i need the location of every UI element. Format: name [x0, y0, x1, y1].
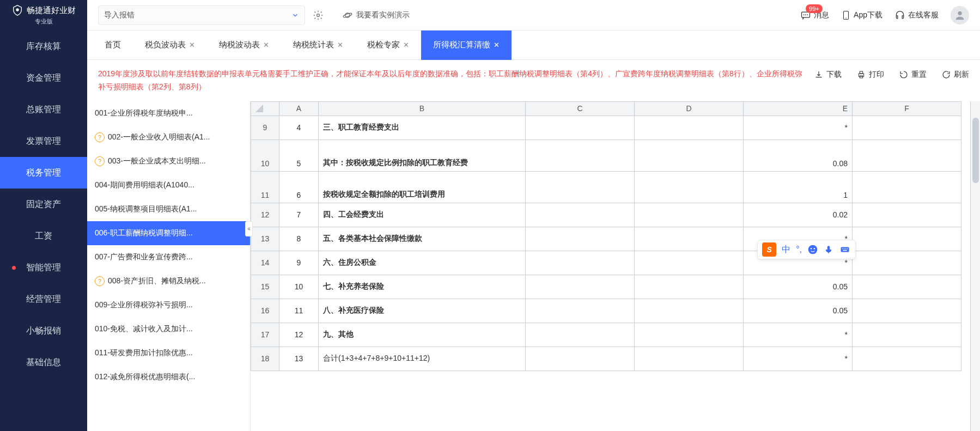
customer-service-button[interactable]: 在线客服 [894, 10, 939, 21]
gear-icon[interactable] [313, 10, 324, 21]
cell[interactable] [526, 227, 635, 251]
ime-punct-icon[interactable]: °, [796, 245, 802, 254]
cell[interactable] [635, 171, 744, 203]
cell[interactable] [635, 251, 744, 275]
col-header[interactable]: A [279, 101, 319, 116]
demo-link[interactable]: 我要看实例演示 [342, 10, 410, 21]
cell[interactable]: 7 [279, 203, 319, 227]
cell[interactable] [853, 139, 961, 171]
search-input[interactable]: 导入报错 [98, 5, 305, 25]
cell[interactable] [853, 299, 961, 323]
sidebar-item-0[interactable]: 库存核算 [0, 31, 87, 62]
cell[interactable]: 其中：按税收规定比例扣除的职工教育经费 [319, 139, 526, 171]
cell[interactable] [635, 116, 744, 139]
cell[interactable] [526, 299, 635, 323]
row-number[interactable]: 16 [251, 299, 279, 323]
sidebar-item-5[interactable]: 固定资产 [0, 189, 87, 220]
row-number[interactable]: 18 [251, 347, 279, 371]
cell[interactable]: 六、住房公积金 [319, 251, 526, 275]
form-list-item-1[interactable]: 002-一般企业收入明细表(A1... [87, 125, 250, 149]
form-list-item-6[interactable]: 007-广告费和业务宣传费跨... [87, 245, 250, 269]
cell[interactable] [635, 275, 744, 299]
cell[interactable]: 0.08 [744, 139, 853, 171]
close-icon[interactable]: ✕ [494, 41, 500, 49]
row-number[interactable]: 9 [251, 116, 279, 139]
form-list-item-11[interactable]: 012-减免所得税优惠明细表(... [87, 365, 250, 389]
cell[interactable]: 0.05 [744, 299, 853, 323]
cell[interactable]: 0.05 [744, 275, 853, 299]
tab-2[interactable]: 纳税波动表✕ [207, 31, 281, 60]
cell[interactable]: 按税收规定全额扣除的职工培训费用 [319, 171, 526, 203]
form-list-item-9[interactable]: 010-免税、减计收入及加计... [87, 317, 250, 341]
cell[interactable]: 1 [744, 171, 853, 203]
tab-1[interactable]: 税负波动表✕ [133, 31, 207, 60]
cell[interactable] [853, 323, 961, 347]
ime-lang[interactable]: 中 [782, 244, 790, 256]
sidebar-item-10[interactable]: 基础信息 [0, 347, 87, 378]
sidebar-item-7[interactable]: 智能管理 [0, 252, 87, 283]
app-download-button[interactable]: App下载 [841, 10, 882, 21]
cell[interactable] [853, 203, 961, 227]
col-header[interactable]: C [526, 101, 635, 116]
messages-button[interactable]: 99+ 消息 [800, 10, 829, 21]
cell[interactable]: 9 [279, 251, 319, 275]
close-icon[interactable]: ✕ [403, 41, 409, 49]
avatar[interactable] [951, 6, 969, 25]
form-list-item-5[interactable]: 006-职工薪酬纳税调整明细... [87, 221, 250, 245]
cell[interactable] [526, 275, 635, 299]
row-number[interactable]: 14 [251, 251, 279, 275]
tab-5[interactable]: 所得税汇算清缴✕ [421, 31, 512, 60]
cell[interactable] [853, 171, 961, 203]
row-number[interactable]: 11 [251, 171, 279, 203]
logo-block[interactable]: 畅捷通好业财 专业版 [0, 0, 87, 31]
sidebar-item-1[interactable]: 资金管理 [0, 62, 87, 94]
cell[interactable] [853, 275, 961, 299]
cell[interactable] [853, 116, 961, 139]
col-header[interactable]: D [635, 101, 744, 116]
row-number[interactable]: 13 [251, 227, 279, 251]
cell[interactable] [526, 139, 635, 171]
cell[interactable]: 13 [279, 347, 319, 371]
cell[interactable] [526, 116, 635, 139]
sidebar-item-2[interactable]: 总账管理 [0, 94, 87, 125]
form-list-item-3[interactable]: 004-期间费用明细表(A1040... [87, 173, 250, 197]
form-list-item-4[interactable]: 005-纳税调整项目明细表(A1... [87, 197, 250, 221]
form-list-item-8[interactable]: 009-企业所得税弥补亏损明... [87, 293, 250, 317]
sidebar-item-8[interactable]: 经营管理 [0, 283, 87, 315]
close-icon[interactable]: ✕ [337, 41, 343, 49]
form-list-item-2[interactable]: 003-一般企业成本支出明细... [87, 149, 250, 173]
cell[interactable]: 三、职工教育经费支出 [319, 116, 526, 139]
cell[interactable] [526, 171, 635, 203]
cell[interactable]: 七、补充养老保险 [319, 275, 526, 299]
col-header[interactable]: F [853, 101, 961, 116]
cell[interactable] [635, 299, 744, 323]
refresh-button[interactable]: 刷新 [942, 70, 969, 80]
cell[interactable]: 合计(1+3+4+7+8+9+10+11+12) [319, 347, 526, 371]
tab-3[interactable]: 纳税统计表✕ [281, 31, 355, 60]
form-list-item-10[interactable]: 011-研发费用加计扣除优惠... [87, 341, 250, 365]
cell[interactable] [526, 323, 635, 347]
cell[interactable]: 10 [279, 275, 319, 299]
cell[interactable]: 8 [279, 227, 319, 251]
cell[interactable]: 4 [279, 116, 319, 139]
ime-keyboard-icon[interactable] [839, 245, 851, 254]
cell[interactable] [635, 347, 744, 371]
ime-toolbar[interactable]: S 中 °, [757, 240, 856, 259]
ime-mic-icon[interactable] [824, 244, 833, 255]
col-header[interactable]: E [744, 101, 853, 116]
reset-button[interactable]: 重置 [899, 70, 927, 80]
sidebar-item-3[interactable]: 发票管理 [0, 125, 87, 157]
cell[interactable]: * [744, 347, 853, 371]
cell[interactable]: 八、补充医疗保险 [319, 299, 526, 323]
cell[interactable] [635, 139, 744, 171]
cell[interactable] [853, 251, 961, 275]
sidebar-item-9[interactable]: 小畅报销 [0, 315, 87, 347]
form-list-item-7[interactable]: 008-资产折旧、摊销及纳税... [87, 269, 250, 293]
cell[interactable] [526, 203, 635, 227]
cell[interactable]: 九、其他 [319, 323, 526, 347]
cell[interactable] [635, 203, 744, 227]
print-button[interactable]: 打印 [857, 70, 884, 80]
ime-emoji-icon[interactable] [807, 244, 818, 255]
cell[interactable]: 0.02 [744, 203, 853, 227]
close-icon[interactable]: ✕ [263, 41, 269, 49]
